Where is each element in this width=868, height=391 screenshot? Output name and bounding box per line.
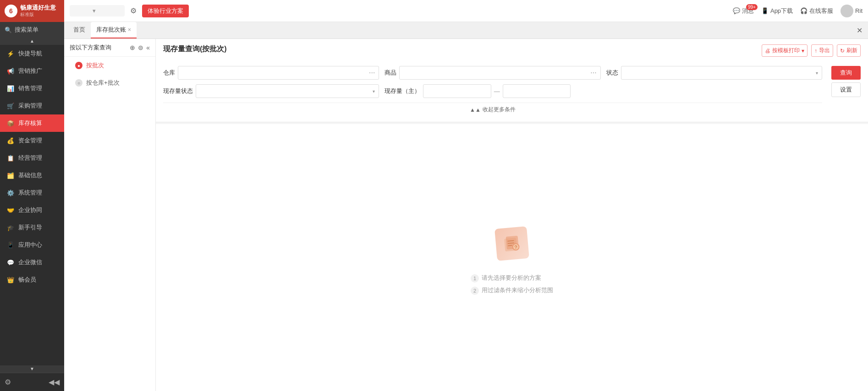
filter-collapse-icon[interactable]: « xyxy=(146,44,150,51)
topbar-search[interactable]: ▾ xyxy=(70,5,125,16)
empty-icon-box: ? xyxy=(494,226,529,261)
online-service-action[interactable]: 🎧 在线客服 xyxy=(800,7,833,15)
page-title: 现存量查询(按批次) xyxy=(163,44,227,54)
sidebar-item-label: 快捷导航 xyxy=(18,49,42,58)
sidebar-header: 6 畅康通好生意 标准版 xyxy=(0,0,64,22)
sidebar-item-app-center[interactable]: 📱 应用中心 xyxy=(0,236,64,254)
main-area: ▾ ⚙ 体验行业方案 💬 消息 99+ 📱 App下载 🎧 在线客服 Rit xyxy=(64,0,868,391)
status-select[interactable]: ▾ xyxy=(621,66,822,80)
enterprise-icon: 🤝 xyxy=(6,206,15,214)
app-title: 畅康通好生意 xyxy=(20,4,56,11)
user-action[interactable]: Rit xyxy=(841,5,863,17)
newbie-icon: 🎓 xyxy=(6,223,15,232)
online-service-label: 在线客服 xyxy=(809,7,833,15)
sidebar-item-label: 销售管理 xyxy=(18,84,42,92)
sidebar-item-operations[interactable]: 📋 经营管理 xyxy=(0,149,64,167)
refresh-icon: ↻ xyxy=(840,48,845,54)
sidebar-search[interactable]: 🔍 搜索菜单 xyxy=(0,22,64,38)
product-field: 商品 ··· xyxy=(385,66,600,80)
refresh-button[interactable]: ↻ 刷新 xyxy=(837,44,861,57)
sidebar-item-sales[interactable]: 📊 销售管理 xyxy=(0,80,64,97)
sidebar-footer: ⚙ ◀◀ xyxy=(0,373,64,391)
sidebar-item-basic[interactable]: 🗂️ 基础信息 xyxy=(0,167,64,184)
tab-inventory-batch[interactable]: 库存批次账 × xyxy=(91,22,137,38)
inventory-status-select[interactable]: ▾ xyxy=(196,84,379,98)
sidebar-item-system[interactable]: ⚙️ 系统管理 xyxy=(0,184,64,201)
sidebar-scroll-up[interactable]: ▲ xyxy=(0,38,64,45)
topbar-dropdown-icon[interactable]: ▾ xyxy=(93,7,96,14)
marketing-icon: 📢 xyxy=(6,67,15,75)
sidebar-item-newbie[interactable]: 🎓 新手引导 xyxy=(0,219,64,236)
sidebar-item-finance[interactable]: 💰 资金管理 xyxy=(0,132,64,149)
sidebar-nav: ⚡ 快捷导航 📢 营销推广 📊 销售管理 🛒 采购管理 📦 库存核算 💰 资金管… xyxy=(0,45,64,365)
tip-text-1: 请先选择要分析的方案 xyxy=(482,274,541,282)
product-dots: ··· xyxy=(590,69,596,77)
experience-button[interactable]: 体验行业方案 xyxy=(142,5,189,17)
messages-action[interactable]: 💬 消息 99+ xyxy=(733,7,754,15)
sidebar-item-inventory[interactable]: 📦 库存核算 xyxy=(0,114,64,132)
query-actions: 查询 设置 xyxy=(831,66,861,116)
print-template-button[interactable]: 🖨 按模板打印 ▾ xyxy=(762,44,808,57)
top-right-actions: 🖨 按模板打印 ▾ ↑ 导出 ↻ 刷新 xyxy=(762,44,861,57)
filter-settings-icon[interactable]: ⊚ xyxy=(138,44,143,51)
tabbar: 首页 库存批次账 × ✕ xyxy=(64,22,868,39)
collapse-sidebar-icon[interactable]: ◀◀ xyxy=(49,378,60,386)
query-row-2: 现存量状态 ▾ 现存量（主） — xyxy=(163,84,822,98)
warehouse-input[interactable]: ··· xyxy=(178,66,379,80)
filter-by-warehouse-batch-label: 按仓库+批次 xyxy=(86,79,120,87)
sidebar-item-wechat[interactable]: 💬 企业微信 xyxy=(0,254,64,271)
qty-dash: — xyxy=(494,88,500,95)
collapse-up-icon: ▲▲ xyxy=(470,107,481,113)
export-button[interactable]: ↑ 导出 xyxy=(811,44,833,57)
sidebar-item-member[interactable]: 👑 畅会员 xyxy=(0,271,64,288)
sidebar-item-purchase[interactable]: 🛒 采购管理 xyxy=(0,97,64,114)
sidebar-item-label: 畅会员 xyxy=(18,276,36,284)
filter-item-by-batch[interactable]: ● 按批次 xyxy=(64,57,155,74)
phone-icon: 📱 xyxy=(761,7,769,14)
tab-panel-close-icon[interactable]: ✕ xyxy=(855,26,864,35)
member-icon: 👑 xyxy=(6,276,15,284)
inventory-status-field: 现存量状态 ▾ xyxy=(163,84,379,98)
tab-home[interactable]: 首页 xyxy=(68,22,91,38)
warehouse-dots: ··· xyxy=(369,69,375,77)
print-template-label: 按模板打印 xyxy=(772,47,800,54)
topbar-gear-icon[interactable]: ⚙ xyxy=(130,6,137,15)
filter-add-icon[interactable]: ⊕ xyxy=(130,44,135,51)
message-icon: 💬 xyxy=(733,7,740,14)
print-dropdown-icon[interactable]: ▾ xyxy=(802,48,804,54)
collapse-button[interactable]: ▲▲ 收起更多条件 xyxy=(163,103,822,116)
tab-close-icon[interactable]: × xyxy=(128,27,131,33)
empty-state: ? 1 请先选择要分析的方案 2 用过滤条件来缩小分析范围 xyxy=(156,124,868,391)
warehouse-batch-indicator: ○ xyxy=(75,79,82,87)
app-center-icon: 📱 xyxy=(6,241,15,249)
refresh-label: 刷新 xyxy=(846,47,857,54)
operations-icon: 📋 xyxy=(6,154,15,162)
filter-item-by-warehouse-batch[interactable]: ○ 按仓库+批次 xyxy=(64,74,155,92)
inventory-qty-field: 现存量（主） — xyxy=(385,84,600,98)
basic-icon: 🗂️ xyxy=(6,171,15,179)
inventory-qty-to[interactable] xyxy=(503,84,571,98)
user-avatar xyxy=(841,5,853,17)
sidebar-item-quick-nav[interactable]: ⚡ 快捷导航 xyxy=(0,45,64,62)
product-label: 商品 xyxy=(385,69,396,77)
filter-header: 按以下方案查询 ⊕ ⊚ « xyxy=(64,39,155,57)
sidebar-item-label: 经营管理 xyxy=(18,154,42,162)
sidebar-scroll-down[interactable]: ▼ xyxy=(0,365,64,373)
sidebar-item-label: 系统管理 xyxy=(18,189,42,197)
inv-status-chevron-icon: ▾ xyxy=(373,89,375,94)
filter-header-label: 按以下方案查询 xyxy=(70,43,111,52)
export-label: 导出 xyxy=(819,47,830,54)
settings-footer-icon[interactable]: ⚙ xyxy=(5,378,11,386)
sidebar-item-label: 采购管理 xyxy=(18,102,42,110)
empty-tip-2: 2 用过滤条件来缩小分析范围 xyxy=(471,286,553,295)
inventory-icon: 📦 xyxy=(6,119,15,127)
set-button[interactable]: 设置 xyxy=(831,82,861,97)
product-input[interactable]: ··· xyxy=(399,66,600,80)
empty-tips: 1 请先选择要分析的方案 2 用过滤条件来缩小分析范围 xyxy=(471,274,553,295)
inventory-qty-from[interactable] xyxy=(423,84,491,98)
query-button[interactable]: 查询 xyxy=(831,66,861,80)
sidebar-item-marketing[interactable]: 📢 营销推广 xyxy=(0,62,64,80)
sidebar-item-enterprise[interactable]: 🤝 企业协同 xyxy=(0,201,64,219)
inventory-status-label: 现存量状态 xyxy=(163,87,193,95)
app-download-action[interactable]: 📱 App下载 xyxy=(761,7,793,15)
